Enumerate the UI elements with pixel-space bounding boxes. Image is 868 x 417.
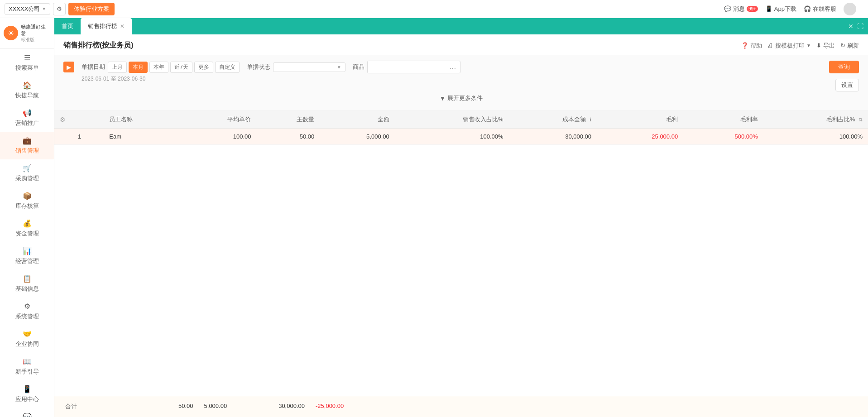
tab-home[interactable]: 首页 xyxy=(54,18,81,34)
top-bar-left: XXXXX公司 ▼ ⚙ 体验行业方案 xyxy=(5,3,724,15)
top-bar: XXXXX公司 ▼ ⚙ 体验行业方案 💬 消息 99+ 📱 App下载 🎧 在线… xyxy=(0,0,868,18)
filter-date-label: 单据日期 xyxy=(82,63,105,71)
sidebar-item-label: 库存核算 xyxy=(15,202,39,210)
table-header-row: ⚙ 员工名称 平均单价 主数量 全额 销售收入占比% 成本全额 ℹ 毛利 毛利率… xyxy=(54,111,868,129)
sidebar-item-label: 搜索菜单 xyxy=(15,64,39,72)
print-dropdown-arrow: ▼ xyxy=(806,43,811,48)
template-print-button[interactable]: 🖨 按模板打印 ▼ xyxy=(767,42,811,50)
sidebar-item-label: 经营管理 xyxy=(15,257,39,265)
th-avg-price: 平均单价 xyxy=(180,111,257,129)
inventory-icon: 📦 xyxy=(23,192,32,200)
operations-icon: 📊 xyxy=(23,247,32,255)
td-rank: 1 xyxy=(72,129,104,145)
filter-toggle-button[interactable]: ▶ xyxy=(63,62,74,72)
sales-icon: 💼 xyxy=(23,136,32,145)
ranking-table: ⚙ 员工名称 平均单价 主数量 全额 销售收入占比% 成本全额 ℹ 毛利 毛利率… xyxy=(54,111,868,145)
company-name-text: XXXXX公司 xyxy=(9,5,40,13)
page-actions: ❓ 帮助 🖨 按模板打印 ▼ ⬇ 导出 ↻ 刷新 xyxy=(741,42,859,50)
avatar[interactable] xyxy=(844,3,856,15)
filter-goods-item: 商品 … xyxy=(353,61,460,73)
filter-area: ▶ 单据日期 上月 本月 本年 近7天 更多 自定义 xyxy=(54,55,868,111)
sidebar-logo: ☀ 畅康通好生意 标准版 xyxy=(0,18,54,49)
filter-status-select[interactable]: ▼ xyxy=(273,62,345,72)
sidebar-item-system[interactable]: ⚙ 系统管理 xyxy=(0,297,54,325)
sidebar-item-label: 采购管理 xyxy=(15,174,39,182)
cost-info-icon[interactable]: ℹ xyxy=(590,117,591,122)
tab-bar: 首页 销售排行榜 ✕ ✕ ⛶ xyxy=(54,18,868,34)
th-rank xyxy=(72,111,104,129)
date-btn-7days[interactable]: 近7天 xyxy=(170,62,192,73)
message-button[interactable]: 💬 消息 99+ xyxy=(724,5,758,13)
footer-spacer2 xyxy=(137,401,173,412)
th-gross: 毛利 xyxy=(597,111,683,129)
filter-status-item: 单据状态 ▼ xyxy=(247,62,345,72)
query-button[interactable]: 查询 xyxy=(829,61,859,73)
sidebar: ☀ 畅康通好生意 标准版 ☰ 搜索菜单 🏠 快捷导航 📢 营销推广 💼 销售管理… xyxy=(0,18,54,417)
date-btn-current-year[interactable]: 本年 xyxy=(149,62,168,73)
sidebar-item-label: 系统管理 xyxy=(15,312,39,321)
date-btn-last-month[interactable]: 上月 xyxy=(108,62,127,73)
filter-goods-label: 商品 xyxy=(353,63,364,71)
content-area: 首页 销售排行榜 ✕ ✕ ⛶ 销售排行榜(按业务员) ❓ 帮助 xyxy=(54,18,868,417)
sidebar-item-search[interactable]: ☰ 搜索菜单 xyxy=(0,49,54,77)
date-btn-custom[interactable]: 自定义 xyxy=(215,62,240,73)
filter-goods-field[interactable] xyxy=(371,64,447,71)
company-selector[interactable]: XXXXX公司 ▼ xyxy=(5,3,50,15)
footer-cells: 合计 50.00 5,000.00 30,000.00 -25,000.00 xyxy=(60,401,863,412)
th-quantity: 主数量 xyxy=(256,111,320,129)
td-sales-pct: 100.00% xyxy=(395,129,509,145)
sidebar-item-appstore[interactable]: 📱 应用中心 xyxy=(0,380,54,408)
sidebar-item-inventory[interactable]: 📦 库存核算 xyxy=(0,187,54,215)
tab-close-window-icon[interactable]: ✕ xyxy=(848,23,854,30)
footer-quantity: 50.00 xyxy=(173,401,199,412)
trial-button[interactable]: 体验行业方案 xyxy=(68,3,115,15)
help-button[interactable]: ❓ 帮助 xyxy=(741,42,762,50)
filter-goods-more-icon[interactable]: … xyxy=(449,63,456,71)
footer-spacer1 xyxy=(82,401,137,412)
enterprise-icon: 🤝 xyxy=(23,330,32,338)
filter-row-1: ▶ 单据日期 上月 本月 本年 近7天 更多 自定义 xyxy=(63,61,825,73)
sidebar-item-wechat[interactable]: 💬 企业微信 xyxy=(0,408,54,417)
online-service-button[interactable]: 🎧 在线客服 xyxy=(804,5,836,13)
sidebar-item-sales[interactable]: 💼 销售管理 xyxy=(0,132,54,159)
sidebar-item-operations[interactable]: 📊 经营管理 xyxy=(0,242,54,270)
sidebar-item-basics[interactable]: 📋 基础信息 xyxy=(0,270,54,297)
sidebar-item-finance[interactable]: 💰 资金管理 xyxy=(0,215,54,242)
column-settings-icon[interactable]: ⚙ xyxy=(60,116,66,123)
finance-icon: 💰 xyxy=(23,219,32,228)
tab-close-icon[interactable]: ✕ xyxy=(120,23,125,29)
table-row: 1 Eam 100.00 50.00 5,000.00 100.00% 30,0… xyxy=(54,129,868,145)
settings-gear-button[interactable]: ⚙ xyxy=(53,3,66,15)
filter-settings-button[interactable]: 设置 xyxy=(835,79,859,91)
sidebar-item-label: 基础信息 xyxy=(15,285,39,293)
export-button[interactable]: ⬇ 导出 xyxy=(816,42,835,50)
gross-pct-sort-icon[interactable]: ⇅ xyxy=(858,117,863,122)
expand-more-button[interactable]: ▼ 展开更多条件 xyxy=(63,91,859,105)
th-amount: 全额 xyxy=(320,111,395,129)
th-sales-pct: 销售收入占比% xyxy=(395,111,509,129)
date-btn-more[interactable]: 更多 xyxy=(194,62,213,73)
th-settings[interactable]: ⚙ xyxy=(54,111,72,129)
online-service-label: 在线客服 xyxy=(813,5,836,13)
sidebar-item-marketing[interactable]: 📢 营销推广 xyxy=(0,104,54,132)
date-btn-current-month[interactable]: 本月 xyxy=(129,62,148,73)
refresh-button[interactable]: ↻ 刷新 xyxy=(840,42,859,50)
template-print-label: 按模板打印 xyxy=(775,42,805,50)
sidebar-item-quicknav[interactable]: 🏠 快捷导航 xyxy=(0,77,54,104)
expand-more-icon: ▼ xyxy=(440,95,446,102)
tab-maximize-icon[interactable]: ⛶ xyxy=(857,23,863,30)
sidebar-item-purchase[interactable]: 🛒 采购管理 xyxy=(0,159,54,187)
date-range-buttons: 上月 本月 本年 近7天 更多 自定义 xyxy=(108,62,240,73)
th-gross-rate: 毛利率 xyxy=(683,111,763,129)
refresh-label: 刷新 xyxy=(847,42,859,50)
basics-icon: 📋 xyxy=(23,274,32,283)
tab-sales-ranking[interactable]: 销售排行榜 ✕ xyxy=(81,18,132,34)
filter-goods-input[interactable]: … xyxy=(367,61,460,73)
logo-line1: 畅康通好生意 xyxy=(21,24,50,37)
sidebar-item-enterprise[interactable]: 🤝 企业协同 xyxy=(0,325,54,353)
td-cost: 30,000.00 xyxy=(509,129,597,145)
export-label: 导出 xyxy=(823,42,835,50)
sidebar-item-guide[interactable]: 📖 新手引导 xyxy=(0,353,54,380)
app-download-button[interactable]: 📱 App下载 xyxy=(765,5,796,13)
sidebar-item-label: 新手引导 xyxy=(15,368,39,376)
